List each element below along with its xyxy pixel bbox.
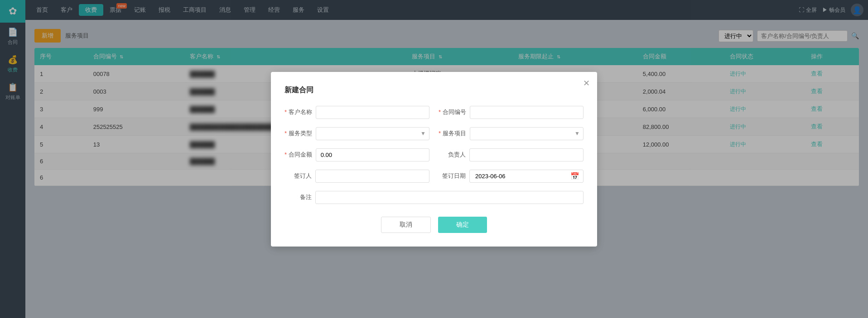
service-type-wrapper: ▼	[316, 127, 429, 140]
remark-field: 备注	[285, 191, 583, 204]
contract-no-field: 合同编号	[439, 106, 583, 119]
service-item-wrapper: ▼	[470, 127, 583, 140]
form-row-5: 备注	[285, 191, 583, 204]
confirm-button[interactable]: 确定	[438, 217, 487, 233]
contract-no-label: 合同编号	[439, 108, 466, 116]
contract-no-input[interactable]	[470, 106, 583, 119]
service-item-label: 服务项目	[439, 129, 466, 138]
form-row-4: 签订人 签订日期 📅	[285, 170, 583, 183]
cancel-button[interactable]: 取消	[381, 217, 431, 233]
sign-date-wrapper: 📅	[469, 170, 583, 183]
remark-input[interactable]	[315, 191, 583, 204]
modal-close-button[interactable]: ✕	[583, 78, 590, 88]
customer-name-label: 客户名称	[285, 108, 312, 116]
new-contract-modal: ✕ 新建合同 客户名称 合同编号 服务类型 ▼	[271, 72, 597, 247]
service-item-field: 服务项目 ▼	[439, 127, 583, 140]
form-row-3: 合同金额 负责人	[285, 148, 583, 161]
service-item-select[interactable]	[470, 127, 583, 140]
modal-overlay: ✕ 新建合同 客户名称 合同编号 服务类型 ▼	[0, 0, 868, 318]
customer-name-field: 客户名称	[285, 106, 429, 119]
modal-title: 新建合同	[285, 85, 583, 95]
signatory-label: 签订人	[285, 172, 312, 180]
responsible-label: 负责人	[439, 151, 466, 159]
service-type-label: 服务类型	[285, 129, 312, 138]
sign-date-label: 签订日期	[439, 172, 466, 180]
amount-label: 合同金额	[285, 151, 312, 159]
signatory-field: 签订人	[285, 170, 429, 183]
sign-date-input[interactable]	[473, 170, 570, 182]
amount-input[interactable]	[316, 148, 429, 161]
customer-name-input[interactable]	[316, 106, 429, 119]
form-row-1: 客户名称 合同编号	[285, 106, 583, 119]
signatory-input[interactable]	[315, 170, 429, 183]
service-type-field: 服务类型 ▼	[285, 127, 429, 140]
form-row-2: 服务类型 ▼ 服务项目 ▼	[285, 127, 583, 140]
responsible-field: 负责人	[439, 148, 583, 161]
service-type-select[interactable]	[316, 127, 429, 140]
amount-field: 合同金额	[285, 148, 429, 161]
sign-date-field: 签订日期 📅	[439, 170, 583, 183]
calendar-icon[interactable]: 📅	[570, 172, 579, 180]
responsible-input[interactable]	[469, 148, 583, 161]
remark-label: 备注	[285, 193, 312, 201]
modal-footer: 取消 确定	[285, 217, 583, 233]
